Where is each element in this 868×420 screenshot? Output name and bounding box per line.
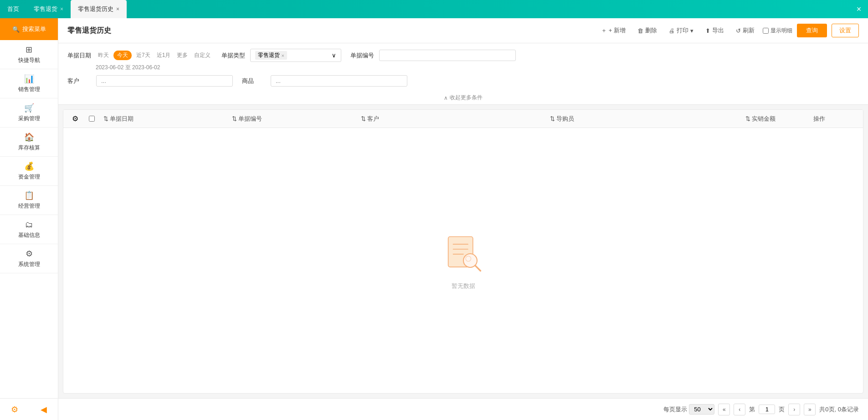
customer-input[interactable] [96,75,233,87]
collapse-bar[interactable]: ∧ 收起更多条件 [67,91,859,104]
refresh-button[interactable]: ↺ 刷新 [732,25,758,36]
date-opt-last-month[interactable]: 近1月 [155,51,173,60]
show-detail-checkbox[interactable] [763,28,769,34]
per-page-select[interactable]: 50 10 20 100 [689,404,714,415]
quick-nav-label: 快捷导航 [18,56,40,64]
add-label: + 新增 [609,26,626,35]
sidebar-item-basic-info[interactable]: 🗂 基础信息 [0,215,58,244]
collapse-icon: ∧ [444,95,448,101]
col-amount-sort-icon[interactable]: ⇅ [745,115,750,122]
tab-retail-return[interactable]: 零售退货 × [26,0,71,18]
customer-label: 客户 [67,77,92,85]
bill-type-select[interactable]: 零售退货 × ∨ [250,49,341,62]
sales-label: 销售管理 [18,86,40,93]
print-dropdown-icon: ▾ [690,27,693,34]
add-button[interactable]: ＋ + 新增 [597,25,629,36]
page-label-post: 页 [779,405,785,414]
bill-no-filter-item: 单据编号 [350,50,516,61]
tab-retail-return-label: 零售退货 [34,5,57,13]
col-customer-sort-icon[interactable]: ⇅ [361,115,366,122]
settings-button[interactable]: 设置 [832,24,859,37]
tab-retail-return-history-close[interactable]: × [116,6,119,12]
finance-label: 资金管理 [18,173,40,181]
window-close-button[interactable]: × [850,0,868,18]
main-layout: 🔍 搜索菜单 ⊞ 快捷导航 📊 销售管理 🛒 采购管理 🏠 库存核算 💰 [0,18,868,420]
date-opt-today[interactable]: 今天 [113,51,132,60]
bill-type-tag-close[interactable]: × [281,53,284,58]
col-billno-sort-icon[interactable]: ⇅ [232,115,237,122]
page-next-button[interactable]: › [788,404,800,415]
sidebar-search-label: 搜索菜单 [22,25,46,33]
page-size-selector: 每页显示 50 10 20 100 [663,404,714,415]
bill-type-value: 零售退货 [258,51,280,59]
col-operate-label: 操作 [813,115,825,123]
col-date-label: 单据日期 [110,115,134,123]
export-button[interactable]: ⬆ 导出 [702,25,728,36]
page-first-button[interactable]: « [718,404,730,415]
date-filter-label: 单据日期 [67,51,92,60]
sidebar-item-finance[interactable]: 💰 资金管理 [0,157,58,186]
col-amount: ⇅ 实销金额 [675,115,779,123]
sidebar-search[interactable]: 🔍 搜索菜单 [0,18,58,40]
refresh-icon: ↺ [736,27,741,34]
sidebar-item-system[interactable]: ⚙ 系统管理 [0,244,58,273]
operations-icon: 📋 [24,190,34,200]
empty-state: 暂无数据 [63,128,863,393]
col-customer-label: 客户 [367,115,379,123]
per-page-label: 每页显示 [663,405,687,414]
sidebar-item-sales[interactable]: 📊 销售管理 [0,69,58,98]
tab-retail-return-history[interactable]: 零售退货历史 × [71,0,127,18]
print-button[interactable]: 🖨 打印 ▾ [665,25,697,36]
sidebar-item-quick-nav[interactable]: ⊞ 快捷导航 [0,40,58,69]
sidebar-item-purchase[interactable]: 🛒 采购管理 [0,98,58,128]
sidebar-item-inventory[interactable]: 🏠 库存核算 [0,128,58,157]
delete-label: 删除 [645,26,657,35]
page-prev-button[interactable]: ‹ [734,404,745,415]
tab-retail-return-close[interactable]: × [60,6,63,12]
page-label-pre: 第 [749,405,755,414]
col-guide-sort-icon[interactable]: ⇅ [550,115,555,122]
customer-filter-item: 客户 [67,75,233,87]
inventory-icon: 🏠 [24,132,34,142]
operations-label: 经营管理 [18,202,40,210]
page-last-button[interactable]: » [804,404,816,415]
sales-icon: 📊 [24,74,34,84]
select-all-checkbox[interactable] [89,116,95,122]
query-label: 查询 [806,27,818,34]
table-checkbox-col [83,116,100,122]
goods-input[interactable] [271,75,407,87]
basic-info-label: 基础信息 [18,231,40,239]
col-date-sort-icon[interactable]: ⇅ [103,115,108,122]
date-opt-custom[interactable]: 自定义 [192,51,212,60]
collapse-sidebar-icon[interactable]: ◀ [41,405,47,415]
inventory-label: 库存核算 [18,144,40,152]
date-range-display: 2023-06-02 至 2023-06-02 [96,64,160,71]
print-label: 打印 [677,26,688,35]
system-label: 系统管理 [18,261,40,268]
add-icon: ＋ [601,26,607,35]
tab-home[interactable]: 首页 [0,0,26,18]
delete-button[interactable]: 🗑 删除 [634,25,661,36]
collapse-label: 收起更多条件 [450,94,483,102]
date-opt-yesterday[interactable]: 昨天 [96,51,111,60]
search-icon: 🔍 [12,26,20,33]
date-opt-last7[interactable]: 近7天 [134,51,152,60]
col-customer: ⇅ 客户 [357,115,546,123]
table-settings-icon[interactable]: ⚙ [72,114,78,123]
query-button[interactable]: 查询 [797,24,827,37]
col-guide: ⇅ 导购员 [546,115,675,123]
date-opt-more[interactable]: 更多 [175,51,190,60]
bill-no-input[interactable] [379,50,516,61]
col-amount-label: 实销金额 [752,115,776,123]
page-number-input[interactable] [759,405,775,414]
page-summary: 共0页, 0条记录 [819,405,859,414]
bill-type-filter-item: 单据类型 零售退货 × ∨ [221,49,341,62]
filter-row-1: 单据日期 昨天 今天 近7天 近1月 更多 自定义 单据类型 [67,49,859,62]
date-options: 昨天 今天 近7天 近1月 更多 自定义 [96,51,212,60]
top-bar: 首页 零售退货 × 零售退货历史 × × [0,0,868,18]
sidebar-item-operations[interactable]: 📋 经营管理 [0,186,58,215]
svg-line-5 [475,266,480,271]
show-detail-text: 显示明细 [770,27,792,35]
settings-bottom-icon[interactable]: ⚙ [11,405,18,415]
table-header: ⚙ ⇅ 单据日期 ⇅ 单据编号 ⇅ 客户 ⇅ [63,110,863,128]
